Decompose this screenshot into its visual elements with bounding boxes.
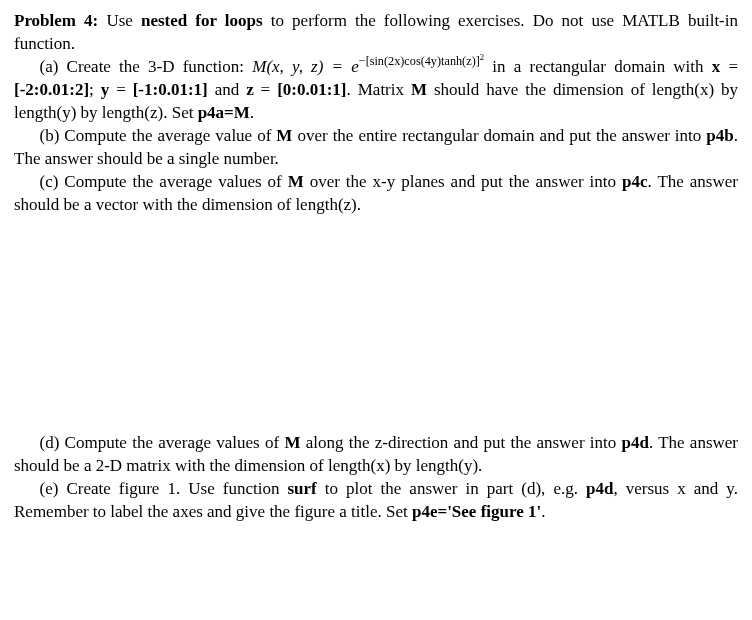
text: . Matrix — [347, 80, 411, 99]
y-range: [-1:0.01:1] — [133, 80, 208, 99]
whitespace-gap — [14, 216, 738, 432]
p4d-bold: p4d — [622, 433, 649, 452]
exp-square: 2 — [480, 52, 484, 62]
y-bold: y — [101, 80, 110, 99]
text: along the z-direction and put the answer… — [300, 433, 621, 452]
math-lhs: M(x, y, z) = e — [252, 57, 359, 76]
text: and — [208, 80, 246, 99]
part-e: (e) Create figure 1. Use function surf t… — [14, 478, 738, 524]
part-c-label: (c) Compute the average values of — [40, 172, 288, 191]
exponent: −[sin(2x)cos(4y)tanh(z)]2 — [359, 54, 484, 68]
p4c-bold: p4c — [622, 172, 648, 191]
x-bold: x — [712, 57, 721, 76]
surf-bold: surf — [287, 479, 316, 498]
part-d: (d) Compute the average values of M alon… — [14, 432, 738, 478]
document-body: Problem 4: Use nested for loops to perfo… — [14, 10, 738, 524]
p4a-bold: p4a=M — [198, 103, 250, 122]
x-range: [-2:0.01:2] — [14, 80, 89, 99]
text: over the entire rectangular domain and p… — [292, 126, 706, 145]
nested-loops-bold: nested for loops — [141, 11, 263, 30]
m-matrix-bold: M — [411, 80, 427, 99]
text: ; — [89, 80, 101, 99]
part-b-label: (b) Compute the average value of — [40, 126, 277, 145]
m-bold: M — [284, 433, 300, 452]
part-e-label: (e) Create figure 1. Use function — [40, 479, 288, 498]
p4e-bold: p4e='See figure 1' — [412, 502, 541, 521]
part-d-label: (d) Compute the average values of — [40, 433, 285, 452]
z-range: [0:0.01:1] — [277, 80, 346, 99]
part-a: (a) Create the 3-D function: M(x, y, z) … — [14, 56, 738, 125]
exp-body: −[sin(2x)cos(4y)tanh(z)] — [359, 54, 480, 68]
text: . — [250, 103, 254, 122]
part-c: (c) Compute the average values of M over… — [14, 171, 738, 217]
text: to plot the answer in part (d), e.g. — [317, 479, 586, 498]
p4b-bold: p4b — [706, 126, 733, 145]
z-bold: z — [246, 80, 254, 99]
problem-title: Problem 4: — [14, 11, 98, 30]
problem-intro: Problem 4: Use nested for loops to perfo… — [14, 10, 738, 56]
text: Use — [98, 11, 141, 30]
text: = — [720, 57, 738, 76]
m-bold: M — [276, 126, 292, 145]
text: over the x-y planes and put the answer i… — [304, 172, 622, 191]
part-b: (b) Compute the average value of M over … — [14, 125, 738, 171]
m-bold: M — [288, 172, 304, 191]
p4d-bold: p4d — [586, 479, 613, 498]
text: = — [109, 80, 132, 99]
text: . — [541, 502, 545, 521]
text: in a rectangular domain with — [484, 57, 712, 76]
text: = — [254, 80, 277, 99]
part-a-label: (a) Create the 3-D function: — [40, 57, 253, 76]
math-function: M(x, y, z) = e−[sin(2x)cos(4y)tanh(z)]2 — [252, 57, 484, 76]
